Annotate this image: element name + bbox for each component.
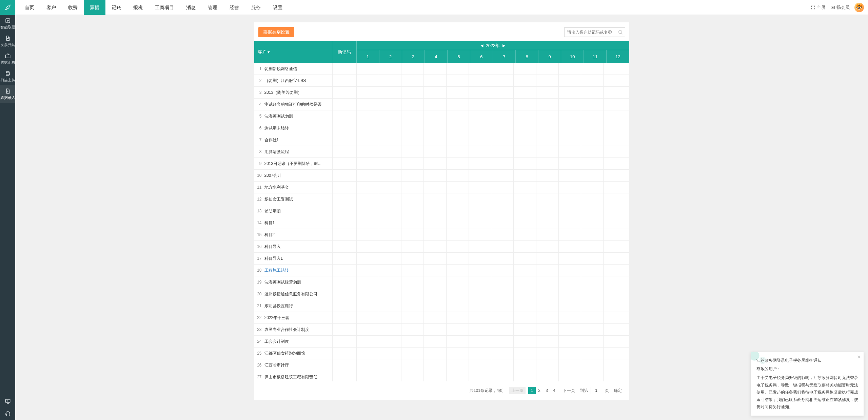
cell-month[interactable] [424, 217, 446, 229]
cell-month[interactable] [514, 75, 536, 86]
cell-month[interactable] [447, 229, 469, 240]
cell-month[interactable] [491, 229, 514, 240]
cell-month[interactable] [581, 193, 604, 205]
cell-month[interactable] [559, 193, 581, 205]
row-customer-name[interactable]: 汇算清缴流程 [263, 149, 332, 155]
cell-month[interactable] [559, 99, 581, 110]
cell-month[interactable] [514, 253, 536, 264]
cell-month[interactable] [424, 288, 446, 300]
cell-month[interactable] [536, 253, 559, 264]
cell-month[interactable] [424, 146, 446, 158]
year-next-button[interactable]: ▶ [502, 43, 505, 48]
table-row[interactable]: 18工程施工结转 [254, 265, 629, 276]
fullscreen-button[interactable]: 全屏 [811, 4, 826, 10]
cell-month[interactable] [447, 75, 469, 86]
row-customer-name[interactable]: 农民专业合作社会计制度 [263, 327, 332, 333]
cell-month[interactable] [559, 229, 581, 240]
cell-month[interactable] [401, 193, 424, 205]
cell-month[interactable] [536, 336, 559, 347]
cell-month[interactable] [559, 336, 581, 347]
table-row[interactable]: 6测试期末结转 [254, 122, 629, 134]
cell-month[interactable] [357, 110, 379, 122]
cell-month[interactable] [357, 324, 379, 335]
cell-month[interactable] [424, 99, 446, 110]
side-item-download[interactable] [0, 396, 15, 408]
cell-month[interactable] [447, 348, 469, 359]
cell-month[interactable] [357, 300, 379, 312]
table-row[interactable]: 14科目1 [254, 217, 629, 229]
cell-month[interactable] [581, 170, 604, 181]
cell-month[interactable] [581, 158, 604, 169]
cell-month[interactable] [559, 134, 581, 146]
cell-month[interactable] [604, 300, 626, 312]
table-row[interactable]: 25江都区仙女镇泡泡面馆 [254, 348, 629, 359]
cell-month[interactable] [536, 241, 559, 252]
cell-month[interactable] [379, 371, 401, 381]
cell-month[interactable] [559, 348, 581, 359]
cell-month[interactable] [581, 288, 604, 300]
cell-month[interactable] [559, 146, 581, 158]
cell-month[interactable] [447, 158, 469, 169]
cell-month[interactable] [514, 110, 536, 122]
cell-month[interactable] [401, 324, 424, 335]
cell-month[interactable] [581, 87, 604, 98]
cell-month[interactable] [581, 146, 604, 158]
cell-month[interactable] [469, 300, 491, 312]
top-nav-item[interactable]: 管理 [202, 0, 223, 15]
cell-month[interactable] [357, 217, 379, 229]
cell-month[interactable] [379, 99, 401, 110]
side-item[interactable]: 票据汇总 [0, 50, 15, 68]
cell-month[interactable] [559, 182, 581, 193]
cell-month[interactable] [559, 253, 581, 264]
app-logo[interactable] [0, 0, 15, 15]
cell-month[interactable] [469, 253, 491, 264]
table-row[interactable]: 5沈海英测试勿删 [254, 110, 629, 122]
table-row[interactable]: 13辅助期初 [254, 205, 629, 217]
cell-month[interactable] [536, 359, 559, 371]
cell-month[interactable] [401, 146, 424, 158]
cell-month[interactable] [604, 288, 626, 300]
cell-month[interactable] [469, 170, 491, 181]
cell-month[interactable] [559, 158, 581, 169]
cell-month[interactable] [581, 182, 604, 193]
cell-month[interactable] [357, 241, 379, 252]
cell-month[interactable] [559, 324, 581, 335]
row-customer-name[interactable]: 工会会计制度 [263, 339, 332, 344]
page-number-button[interactable]: 1 [528, 387, 536, 394]
cell-month[interactable] [379, 205, 401, 217]
cell-month[interactable] [491, 122, 514, 134]
cell-month[interactable] [424, 276, 446, 288]
cell-month[interactable] [581, 253, 604, 264]
cell-month[interactable] [469, 371, 491, 381]
cell-month[interactable] [379, 276, 401, 288]
row-customer-name[interactable]: 科目2 [263, 232, 332, 238]
cell-month[interactable] [559, 170, 581, 181]
table-row[interactable]: 17科目导入1 [254, 253, 629, 265]
page-number-button[interactable]: 3 [543, 387, 551, 394]
member-button[interactable]: 畅会员 [830, 4, 850, 10]
th-customer[interactable]: 客户 ▾ [254, 41, 332, 63]
cell-month[interactable] [604, 170, 626, 181]
cell-month[interactable] [536, 158, 559, 169]
cell-month[interactable] [469, 276, 491, 288]
side-item[interactable]: 票据录入 [0, 85, 15, 103]
cell-month[interactable] [447, 122, 469, 134]
cell-month[interactable] [379, 324, 401, 335]
cell-month[interactable] [491, 63, 514, 75]
table-row[interactable]: 26江西省审计厅 [254, 359, 629, 371]
table-row[interactable]: 222022年十三套 [254, 312, 629, 324]
cell-month[interactable] [581, 276, 604, 288]
cell-month[interactable] [581, 110, 604, 122]
cell-month[interactable] [447, 110, 469, 122]
cell-month[interactable] [491, 253, 514, 264]
row-customer-name[interactable]: （勿删）江西服宝-LSS [263, 78, 332, 84]
cell-month[interactable] [401, 110, 424, 122]
cell-month[interactable] [604, 99, 626, 110]
cell-month[interactable] [536, 110, 559, 122]
cell-month[interactable] [469, 229, 491, 240]
cell-month[interactable] [469, 63, 491, 75]
cell-month[interactable] [604, 371, 626, 381]
cell-month[interactable] [604, 146, 626, 158]
cell-month[interactable] [604, 217, 626, 229]
cell-month[interactable] [447, 288, 469, 300]
